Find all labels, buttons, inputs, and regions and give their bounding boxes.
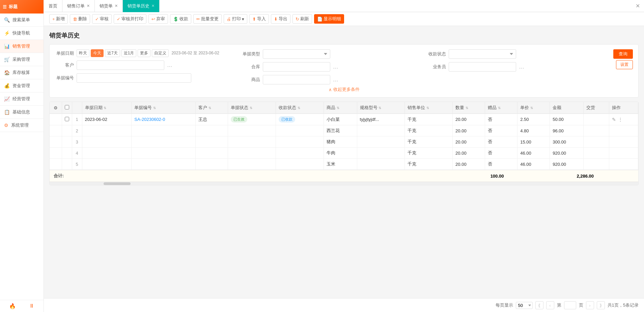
- sidebar-item-search-menu[interactable]: 🔍 搜索菜单: [0, 14, 44, 27]
- col-docstatus[interactable]: 单据状态 ⇅: [228, 102, 276, 114]
- col-docno[interactable]: 单据编号 ⇅: [132, 102, 196, 114]
- import-label: 导入: [257, 16, 266, 22]
- select-all-checkbox[interactable]: [65, 105, 69, 109]
- warehouse-input[interactable]: [263, 62, 330, 72]
- current-page-input[interactable]: 1: [564, 301, 576, 309]
- row4-qty: 20.00: [453, 148, 485, 159]
- review-button[interactable]: ✓ 审核: [92, 14, 112, 24]
- sidebar-pause-icon[interactable]: ⏸: [29, 303, 34, 309]
- prev-page-btn[interactable]: ‹: [546, 301, 554, 309]
- col-paystatus[interactable]: 收款状态 ⇅: [276, 102, 324, 114]
- per-page-label: 每页显示: [496, 302, 513, 308]
- date-btn-last7[interactable]: 近7天: [105, 49, 120, 57]
- collapse-filter-btn[interactable]: ∧ 收起更多条件: [55, 86, 633, 93]
- salesperson-input[interactable]: [449, 62, 516, 72]
- per-page-select[interactable]: 50 100: [516, 302, 533, 309]
- col-qty[interactable]: 数量 ⇅: [453, 102, 485, 114]
- docno-input[interactable]: [77, 73, 191, 83]
- collect-icon: 💲: [173, 17, 178, 22]
- row4-trade: [584, 148, 609, 159]
- new-button[interactable]: + 新增: [49, 14, 68, 24]
- col-unit[interactable]: 销售单位 ⇅: [405, 102, 453, 114]
- row5-qty: 20.00: [453, 159, 485, 170]
- date-btn-yesterday[interactable]: 昨天: [77, 49, 89, 57]
- col-checkbox[interactable]: [62, 102, 72, 114]
- col-paystatus-label: 收款状态: [279, 105, 296, 110]
- close-all-tabs-btn[interactable]: ✕: [632, 3, 644, 9]
- sidebar-item-system[interactable]: ⚙ 系统管理: [0, 119, 44, 132]
- col-gift[interactable]: 赠品 ⇅: [485, 102, 517, 114]
- col-goods[interactable]: 商品 ⇅: [324, 102, 357, 114]
- customer-picker-btn[interactable]: …: [167, 62, 172, 68]
- warehouse-picker-btn[interactable]: …: [333, 64, 338, 70]
- row1-docstatus-badge: 已生效: [231, 116, 247, 123]
- batch-change-button[interactable]: ✏ 批量变更: [193, 14, 222, 24]
- tab-sales-order-close[interactable]: ✕: [87, 4, 90, 8]
- tab-sales-order[interactable]: 销售订单 ✕: [62, 0, 95, 12]
- tab-sales-delivery[interactable]: 销货单 ✕: [95, 0, 123, 12]
- row5-trade: [584, 159, 609, 170]
- tab-home[interactable]: 首页: [44, 0, 62, 12]
- tab-sales-history-close[interactable]: ✕: [151, 4, 155, 8]
- horizontal-scrollbar[interactable]: [50, 182, 638, 185]
- sidebar-item-purchase-mgmt[interactable]: 🛒 采购管理: [0, 53, 44, 66]
- row3-date: [82, 136, 132, 148]
- salesperson-picker-btn[interactable]: …: [519, 64, 524, 70]
- row1-check[interactable]: [65, 117, 69, 121]
- goods-input[interactable]: [263, 75, 330, 84]
- filter-row-warehouse: 合库 …: [241, 62, 421, 72]
- export-button[interactable]: ⬇ 导出: [271, 14, 290, 24]
- goods-picker-btn[interactable]: …: [333, 77, 338, 83]
- filter-row-goods: 商品 …: [241, 75, 421, 84]
- row4-action: [609, 148, 638, 159]
- col-customer[interactable]: 客户 ⇅: [196, 102, 228, 114]
- first-page-btn[interactable]: ⟪: [535, 301, 543, 309]
- col-spec-sort: ⇅: [379, 106, 381, 110]
- abandon-button[interactable]: ↩ 弃审: [148, 14, 168, 24]
- col-amount-label: 金额: [553, 105, 561, 110]
- collect-button[interactable]: 💲 收款: [170, 14, 191, 24]
- row1-action: ✎ ⋮: [609, 114, 638, 125]
- sidebar-item-basic-info[interactable]: 📋 基础信息: [0, 106, 44, 119]
- query-button[interactable]: 查询: [613, 49, 633, 59]
- import-button[interactable]: ⬆ 导入: [249, 14, 269, 24]
- row1-more-icon[interactable]: ⋮: [618, 117, 623, 122]
- export-icon: ⬇: [274, 17, 278, 22]
- table-row: 4 牛肉 千克 20.00 否 46.00 920.00: [50, 148, 638, 159]
- filter-settings-button[interactable]: 设置: [616, 60, 633, 69]
- row1-docno[interactable]: SA-20230602-0: [132, 114, 196, 125]
- col-spec[interactable]: 规格型号 ⇅: [357, 102, 405, 114]
- delete-button[interactable]: 🗑 删除: [70, 14, 90, 24]
- next-page-btn[interactable]: ›: [586, 301, 594, 309]
- sidebar-item-inventory[interactable]: 🏠 库存核算: [0, 66, 44, 79]
- print-button[interactable]: 🖨 打印 ▾: [224, 14, 247, 24]
- pagination-bar: 每页显示 50 100 ⟪ ‹ 第 1 页 › ⟫ 共1页，5条记录: [44, 298, 644, 312]
- date-btn-custom[interactable]: 自定义: [152, 49, 169, 57]
- review-print-button[interactable]: ✓ 审核并打印: [114, 14, 146, 24]
- col-price[interactable]: 单价 ⇅: [517, 102, 550, 114]
- tab-sales-history[interactable]: 销货单历史 ✕: [123, 0, 160, 12]
- doctype-select[interactable]: [263, 49, 330, 59]
- scrollbar-thumb[interactable]: [104, 182, 131, 185]
- filter-row-date: 单据日期 昨天 今天 近7天 近1月 更多 自定义 2023-06-02 至 2…: [55, 49, 234, 57]
- col-settings[interactable]: ⚙: [50, 102, 62, 114]
- show-detail-button[interactable]: 📄 显示明细: [314, 14, 344, 24]
- date-btn-more[interactable]: 更多: [138, 49, 150, 57]
- date-btn-today[interactable]: 今天: [91, 49, 104, 57]
- sidebar-item-operations[interactable]: 📈 经营管理: [0, 93, 44, 106]
- tab-sales-delivery-close[interactable]: ✕: [115, 4, 118, 8]
- paystatus-select[interactable]: [449, 49, 516, 59]
- sidebar-item-quick-nav[interactable]: ⚡ 快捷导航: [0, 27, 44, 40]
- sidebar-fire-icon[interactable]: 🔥: [9, 303, 16, 309]
- col-date[interactable]: 单据日期 ⇅: [82, 102, 132, 114]
- row1-checkbox[interactable]: [62, 114, 72, 125]
- sidebar-item-finance[interactable]: 💰 资金管理: [0, 79, 44, 93]
- row1-edit-icon[interactable]: ✎: [612, 117, 616, 122]
- date-btn-last30[interactable]: 近1月: [121, 49, 137, 57]
- sidebar-item-sales-mgmt[interactable]: 📊 销售管理: [0, 40, 44, 53]
- customer-input[interactable]: [77, 60, 164, 70]
- toolbar: + 新增 🗑 删除 ✓ 审核 ✓ 审核并打印 ↩ 弃审 💲 收款 ✏ 批量变更 …: [44, 12, 644, 26]
- row1-docno-link[interactable]: SA-20230602-0: [134, 117, 165, 122]
- refresh-button[interactable]: ↻ 刷新: [292, 14, 312, 24]
- last-page-btn[interactable]: ⟫: [597, 301, 605, 309]
